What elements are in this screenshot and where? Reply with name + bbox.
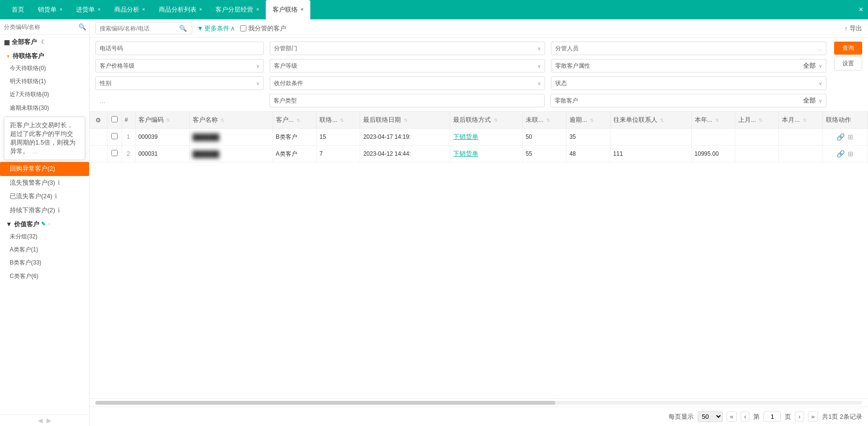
settings-button[interactable]: 设置 — [834, 57, 862, 71]
horizontal-scrollbar[interactable] — [90, 398, 868, 407]
scrollbar-track — [95, 401, 862, 405]
col-this-month[interactable]: 本月... ⇅ — [779, 112, 822, 129]
status-field[interactable]: 状态 ∨ — [551, 76, 826, 90]
select-all-checkbox[interactable] — [111, 116, 118, 122]
row2-name-blurred: ██████ — [193, 150, 219, 158]
sidebar-item-b-class[interactable]: B类客户(33) — [0, 256, 89, 269]
col-customer-level[interactable]: 客户... ⇅ — [273, 112, 316, 129]
retail-attr-field[interactable]: 零散客户属性 全部 ∨ — [551, 59, 826, 73]
col-last-contact-method[interactable]: 最后联络方式 ⇅ — [450, 112, 522, 129]
page-input[interactable] — [763, 411, 781, 422]
table-settings-header[interactable]: ⚙ — [90, 112, 107, 129]
my-customer-check[interactable] — [240, 25, 246, 31]
row2-method-link[interactable]: 下销货单 — [453, 150, 478, 157]
row2-check[interactable] — [111, 150, 118, 156]
edit-icon[interactable]: ✎ — [41, 221, 46, 227]
per-page-select[interactable]: 50 100 200 — [698, 411, 723, 422]
close-icon-product-analysis[interactable]: × — [142, 0, 145, 19]
sidebar-item-a-class[interactable]: A类客户(1) — [0, 243, 89, 256]
search-input[interactable] — [100, 25, 177, 32]
per-page-label: 每页显示 — [669, 412, 694, 421]
row1-checkbox[interactable] — [107, 129, 122, 146]
col-overdue[interactable]: 逾期... ⇅ — [566, 112, 610, 129]
sidebar-item-declining-customers[interactable]: 持续下滑客户(2) ℹ — [0, 204, 89, 218]
col-customer-code[interactable]: 客户编码 ⇅ — [135, 112, 189, 129]
scrollbar-thumb[interactable] — [95, 401, 555, 405]
nav-item-home[interactable]: 首页 — [5, 0, 31, 19]
retail-attr-dropdown-icon: ∨ — [819, 63, 822, 69]
col-unit-contact[interactable]: 往来单位联系人 ⇅ — [610, 112, 691, 129]
info-icon-churn: ℹ — [58, 179, 60, 186]
phone-field[interactable]: 电话号码 — [95, 42, 264, 55]
col-last-contact-date[interactable]: 最后联络日期 ⇅ — [360, 112, 450, 129]
page-label: 第 — [753, 412, 760, 421]
more-conditions-btn[interactable]: ▼ 更多条件 ∧ — [197, 24, 235, 33]
table-checkbox-header[interactable] — [107, 112, 122, 129]
nav-item-sales[interactable]: 销货单 × — [31, 0, 69, 19]
sidebar-search-input[interactable] — [4, 24, 76, 30]
price-level-field[interactable]: 客户价格等级 ∨ — [95, 59, 264, 73]
department-field[interactable]: 分管部门 ∨ — [270, 42, 545, 55]
sidebar-item-repurchase-abnormal[interactable]: 回购异常客户(2) ℹ — [0, 162, 89, 176]
first-page-button[interactable]: « — [727, 411, 737, 422]
nav-item-customer-contact[interactable]: 客户联络 × — [266, 0, 310, 19]
customer-level-field[interactable]: 客户等级 ∨ — [270, 59, 545, 73]
sidebar-item-c-class[interactable]: C类客户(6) — [0, 270, 89, 283]
close-icon-sales[interactable]: × — [60, 0, 62, 19]
payment-field[interactable]: 收付款条件 ∨ — [270, 76, 545, 90]
sidebar-price-group-title[interactable]: ▼ 价值客户 ✎ ○ — [0, 218, 89, 230]
sidebar-item-overdue[interactable]: 逾期未联络(30) — [0, 102, 89, 115]
col-contact-count[interactable]: 联络... ⇅ — [316, 112, 360, 129]
nav-item-product-analysis[interactable]: 商品分析 × — [107, 0, 152, 19]
filter-row-3: 性别 ∨ 收付款条件 ∨ 状态 ∨ — [95, 76, 826, 90]
row1-level: B类客户 — [273, 129, 316, 146]
col-last-month[interactable]: 上月... ⇅ — [735, 112, 778, 129]
sidebar-item-lost-customers[interactable]: 已流失客户(24) ℹ — [0, 190, 89, 204]
sort-icon-this-month: ⇅ — [803, 118, 807, 123]
sidebar-item-tomorrow[interactable]: 明天待联络(1) — [0, 75, 89, 88]
sidebar-item-today[interactable]: 今天待联络(0) — [0, 62, 89, 75]
search-icon[interactable]: 🔍 — [179, 25, 187, 32]
customer-type-field[interactable]: 客户类型 — [269, 94, 545, 107]
gender-field[interactable]: 性别 ∨ — [95, 76, 264, 90]
window-close-button[interactable]: × — [859, 5, 863, 14]
department-dropdown-icon: ∨ — [537, 46, 541, 51]
scroll-right-icon[interactable]: ▶ — [46, 417, 51, 424]
close-icon-customer-tier[interactable]: × — [256, 0, 259, 19]
row1-check[interactable] — [111, 133, 118, 139]
row1-method-link[interactable]: 下销货单 — [453, 133, 478, 140]
sidebar-item-churn-warning[interactable]: 流失预警客户(3) ℹ — [0, 176, 89, 190]
col-uncontacted[interactable]: 未联... ⇅ — [522, 112, 566, 129]
row1-link-icon[interactable]: 🔗 — [837, 133, 845, 141]
manager-field[interactable]: 分管人员 … — [551, 42, 826, 55]
next-page-button[interactable]: › — [795, 411, 804, 422]
row1-name: ██████ — [189, 129, 273, 146]
col-customer-name[interactable]: 客户名称 ⇅ — [189, 112, 273, 129]
nav-item-product-analysis-list[interactable]: 商品分析列表 × — [152, 0, 209, 19]
close-icon-product-analysis-list[interactable]: × — [199, 0, 202, 19]
export-button[interactable]: ↑ 导出 — [845, 24, 863, 33]
row2-checkbox[interactable] — [107, 146, 122, 162]
close-icon-customer-contact[interactable]: × — [301, 0, 304, 19]
sidebar-search-area: 🔍 — [0, 19, 89, 35]
my-customer-checkbox[interactable]: 我分管的客户 — [240, 24, 286, 33]
sidebar-item-ungroups[interactable]: 未分组(32) — [0, 230, 89, 243]
prev-page-button[interactable]: ‹ — [741, 411, 749, 422]
sidebar-item-7days[interactable]: 近7天待联络(0) — [0, 88, 89, 101]
row2-method[interactable]: 下销货单 — [450, 146, 522, 162]
sidebar-all-customers[interactable]: ▦ 全部客户 《 — [0, 35, 89, 49]
sidebar-group-title-pending[interactable]: ▼ 待联络客户 — [0, 49, 89, 62]
sidebar-search-icon[interactable]: 🔍 — [78, 23, 86, 30]
scroll-left-icon[interactable]: ◀ — [38, 417, 43, 424]
last-page-button[interactable]: » — [808, 411, 818, 422]
row2-grid-icon[interactable]: ⊞ — [848, 150, 853, 158]
retail-customer-field[interactable]: 零散客户 全部 ∨ — [550, 94, 826, 107]
row1-grid-icon[interactable]: ⊞ — [848, 133, 853, 141]
close-icon-purchase[interactable]: × — [98, 0, 101, 19]
col-annual[interactable]: 本年... ⇅ — [691, 112, 735, 129]
row1-method[interactable]: 下销货单 — [450, 129, 522, 146]
nav-item-customer-tier[interactable]: 客户分层经营 × — [209, 0, 266, 19]
query-button[interactable]: 查询 — [834, 42, 862, 55]
row2-link-icon[interactable]: 🔗 — [837, 150, 845, 158]
nav-item-purchase[interactable]: 进货单 × — [69, 0, 107, 19]
